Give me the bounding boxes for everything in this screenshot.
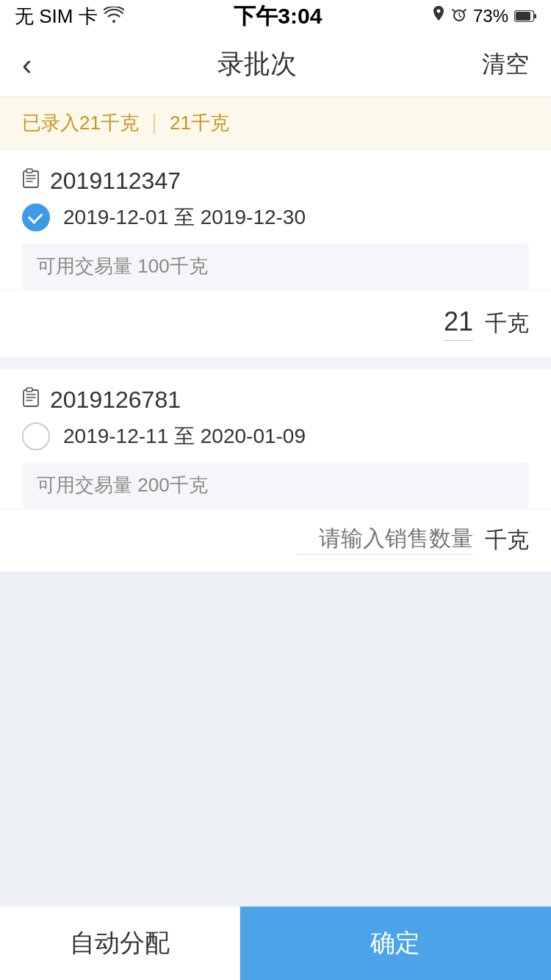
batch-1-quantity-value: 21	[444, 306, 473, 341]
battery-icon	[514, 6, 536, 26]
wifi-icon	[104, 5, 124, 28]
status-right: 73%	[432, 6, 536, 26]
batch-1-quantity-number: 21	[444, 306, 473, 336]
batch-1-icon	[22, 168, 43, 194]
batch-2-date: 2019-12-11 至 2020-01-09	[63, 422, 306, 450]
batch-2-icon	[22, 387, 43, 413]
batch-2-date-row[interactable]: 2019-12-11 至 2020-01-09	[22, 422, 529, 450]
batch-1-date: 2019-12-01 至 2019-12-30	[63, 203, 306, 231]
svg-rect-13	[26, 388, 32, 392]
info-banner: 已录入21千克 21千克	[0, 97, 551, 150]
batch-2-available: 可用交易量 200千克	[37, 474, 208, 496]
main-content: 已录入21千克 21千克 2019112347 2019-12-01 至 201…	[0, 97, 551, 907]
batch-1-header: 2019112347	[22, 167, 529, 195]
svg-rect-3	[534, 14, 536, 18]
status-left: 无 SIM 卡	[15, 4, 124, 29]
bottom-spacer	[0, 572, 551, 907]
status-bar: 无 SIM 卡 下午3:04 73%	[0, 0, 551, 32]
recorded-value: 21千克	[170, 110, 229, 136]
batch-1-radio[interactable]	[22, 203, 50, 231]
auto-distribute-button[interactable]: 自动分配	[0, 907, 240, 980]
battery-text: 73%	[473, 6, 508, 26]
batch-2-quantity-input[interactable]	[297, 526, 473, 551]
svg-rect-9	[24, 390, 38, 406]
batch-2-input-wrapper[interactable]	[297, 526, 473, 555]
back-button[interactable]: ‹	[22, 50, 32, 79]
batch-1-quantity-row: 21 千克	[0, 289, 551, 357]
svg-rect-8	[26, 169, 32, 173]
svg-rect-4	[24, 171, 38, 187]
section-divider-1	[0, 357, 551, 369]
confirm-button[interactable]: 确定	[240, 907, 551, 980]
svg-rect-2	[516, 12, 530, 21]
recorded-label: 已录入21千克	[22, 110, 139, 136]
carrier-text: 无 SIM 卡	[15, 4, 98, 29]
nav-bar: ‹ 录批次 清空	[0, 32, 551, 97]
batch-1-available: 可用交易量 100千克	[37, 255, 208, 277]
batch-1-available-box: 可用交易量 100千克	[22, 243, 529, 289]
batch-2-input-row[interactable]: 千克	[0, 508, 551, 572]
batch-2-available-box: 可用交易量 200千克	[22, 462, 529, 508]
location-icon	[432, 6, 445, 26]
batch-card-1: 2019112347 2019-12-01 至 2019-12-30 可用交易量…	[0, 150, 551, 289]
batch-2-unit: 千克	[485, 525, 529, 555]
batch-2-header: 2019126781	[22, 386, 529, 414]
clear-button[interactable]: 清空	[482, 48, 529, 81]
alarm-icon	[451, 6, 467, 26]
banner-divider	[154, 113, 155, 134]
batch-1-date-row[interactable]: 2019-12-01 至 2019-12-30	[22, 203, 529, 231]
batch-1-number: 2019112347	[50, 167, 181, 195]
batch-2-radio[interactable]	[22, 422, 50, 450]
batch-1-unit: 千克	[485, 309, 529, 339]
page-title: 录批次	[217, 46, 297, 82]
bottom-bar: 自动分配 确定	[0, 907, 551, 980]
batch-2-number: 2019126781	[50, 386, 181, 414]
status-time: 下午3:04	[234, 1, 322, 32]
batch-card-2: 2019126781 2019-12-11 至 2020-01-09 可用交易量…	[0, 369, 551, 508]
